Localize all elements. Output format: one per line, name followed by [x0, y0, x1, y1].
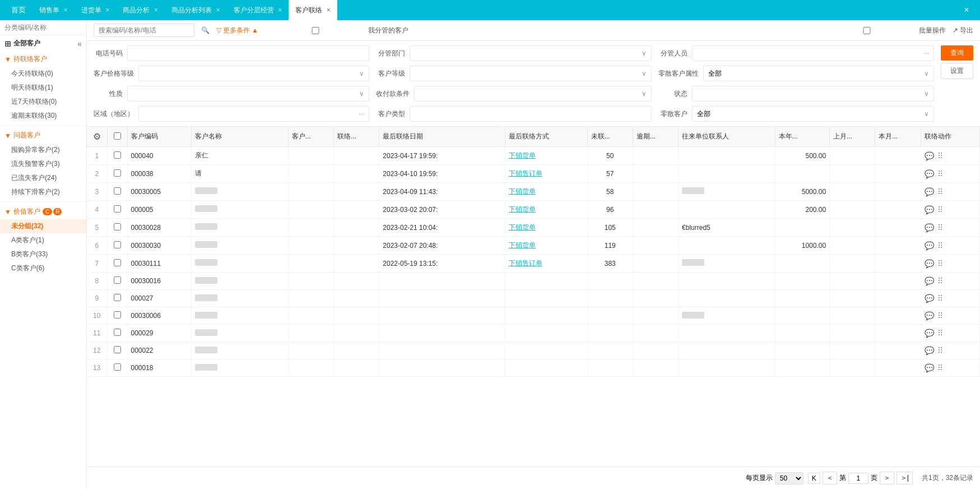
next-page-btn[interactable]: ＞ [880, 472, 894, 485]
th-this-month[interactable]: 本月... [875, 127, 921, 147]
contact-icon[interactable]: 💬 [925, 346, 934, 355]
sidebar-item-ungrouped[interactable]: 未分组(32) [0, 219, 86, 233]
th-type[interactable]: 客户... [288, 127, 333, 147]
th-checkbox[interactable] [107, 127, 127, 147]
last-method-link[interactable]: 下销货单 [509, 241, 536, 249]
more-icon[interactable]: ⠿ [937, 151, 943, 160]
contact-icon[interactable]: 💬 [925, 151, 934, 160]
first-page-btn[interactable]: K [808, 473, 820, 484]
filter-payment-input[interactable]: ∨ [414, 86, 652, 102]
more-icon[interactable]: ⠿ [937, 363, 943, 372]
batch-op-check[interactable] [816, 27, 917, 34]
sidebar-group-value[interactable]: ▼ 价值客户 C R [0, 204, 86, 219]
per-page-select[interactable]: 50 20 100 [775, 472, 803, 485]
th-uncontacted[interactable]: 未联... [587, 127, 633, 147]
search-input[interactable] [94, 24, 194, 37]
select-all-checkbox[interactable] [114, 132, 121, 140]
contact-icon[interactable]: 💬 [925, 223, 934, 232]
th-name[interactable]: 客户名称 [192, 127, 289, 147]
filter-status-input[interactable]: ∨ [692, 86, 934, 102]
nav-purchase[interactable]: 进货单 × [75, 0, 117, 20]
contact-icon[interactable]: 💬 [925, 205, 934, 214]
window-close[interactable]: × [958, 1, 976, 19]
th-code[interactable]: 客户编码 [127, 127, 192, 147]
nav-customer-tier-close[interactable]: × [278, 6, 282, 14]
th-overdue[interactable]: 逾期... [633, 127, 678, 147]
sidebar-item-declining[interactable]: 持续下滑客户(2) [0, 185, 86, 199]
contact-icon[interactable]: 💬 [925, 187, 934, 196]
row-checkbox[interactable] [107, 290, 127, 307]
nav-customer-contact-close[interactable]: × [327, 6, 331, 14]
filter-retail-input[interactable]: 全部 ∨ [692, 106, 934, 122]
last-method-link[interactable]: 下销售订单 [509, 169, 542, 177]
contact-icon[interactable]: 💬 [925, 311, 934, 320]
sidebar-item-a-class[interactable]: A类客户(1) [0, 233, 86, 247]
more-icon[interactable]: ⠿ [937, 241, 943, 250]
th-contact[interactable]: 联络... [334, 127, 379, 147]
nav-customer-contact[interactable]: 客户联络 × [289, 0, 337, 20]
query-button[interactable]: 查询 [941, 45, 973, 61]
filter-type-input[interactable] [410, 106, 652, 122]
reset-button[interactable]: 设置 [941, 63, 973, 79]
last-method-link[interactable]: 下销货单 [509, 187, 536, 195]
th-this-year[interactable]: 本年... [775, 127, 829, 147]
row-checkbox[interactable] [107, 359, 127, 377]
more-icon[interactable]: ⠿ [937, 294, 943, 303]
more-icon[interactable]: ⠿ [937, 346, 943, 355]
nav-home[interactable]: 首页 [4, 0, 32, 20]
collapse-icon[interactable]: « [77, 39, 82, 48]
more-icon[interactable]: ⠿ [937, 329, 943, 338]
th-settings[interactable]: ⚙ [87, 127, 107, 147]
nav-product-analysis[interactable]: 商品分析 × [116, 0, 165, 20]
filter-price-level-input[interactable]: ∨ [138, 66, 369, 81]
sidebar-item-today[interactable]: 今天待联络(0) [0, 67, 86, 81]
more-icon[interactable]: ⠿ [937, 187, 943, 196]
sidebar-item-overdue[interactable]: 逾期未联络(30) [0, 109, 86, 123]
sidebar-item-c-class[interactable]: C类客户(6) [0, 261, 86, 275]
nav-sales[interactable]: 销售单 × [32, 0, 75, 20]
row-checkbox[interactable] [107, 237, 127, 255]
last-page-btn[interactable]: ＞| [897, 472, 913, 485]
row-checkbox[interactable] [107, 165, 127, 183]
settings-icon[interactable]: ⚙ [93, 132, 101, 141]
sidebar-search-input[interactable] [4, 24, 87, 31]
row-checkbox[interactable] [107, 255, 127, 273]
contact-icon[interactable]: 💬 [925, 329, 934, 338]
filter-nature-input[interactable]: ∨ [127, 86, 369, 102]
export-btn[interactable]: ↗ 导出 [953, 26, 973, 35]
my-customers-check[interactable] [265, 27, 366, 34]
contact-icon[interactable]: 💬 [925, 169, 934, 178]
last-method-link[interactable]: 下销售订单 [509, 259, 542, 267]
nav-sales-close[interactable]: × [64, 6, 68, 14]
more-icon[interactable]: ⠿ [937, 205, 943, 214]
row-checkbox[interactable] [107, 147, 127, 165]
last-method-link[interactable]: 下销货单 [509, 151, 536, 159]
row-checkbox[interactable] [107, 219, 127, 237]
more-icon[interactable]: ⠿ [937, 169, 943, 178]
nav-product-analysis-close[interactable]: × [154, 6, 158, 14]
nav-product-list[interactable]: 商品分析列表 × [165, 0, 227, 20]
th-action[interactable]: 联络动作 [921, 127, 979, 147]
prev-page-btn[interactable]: ＜ [823, 472, 837, 485]
nav-product-list-close[interactable]: × [216, 6, 220, 14]
th-last-method[interactable]: 最后联络方式 [505, 127, 587, 147]
th-contact-person[interactable]: 往来单位联系人 [679, 127, 775, 147]
row-checkbox[interactable] [107, 307, 127, 325]
row-checkbox[interactable] [107, 201, 127, 219]
sidebar-item-hoarding[interactable]: 囤购异常客户(2) [0, 143, 86, 157]
filter-dept-input[interactable]: ∨ [410, 45, 652, 61]
nav-purchase-close[interactable]: × [105, 6, 109, 14]
more-icon[interactable]: ⠿ [937, 276, 943, 285]
sidebar-item-tomorrow[interactable]: 明天待联络(1) [0, 81, 86, 95]
my-customers-checkbox[interactable]: 我分管的客户 [265, 26, 408, 35]
more-icon[interactable]: ⠿ [937, 311, 943, 320]
last-method-link[interactable]: 下销货单 [509, 223, 536, 231]
more-icon[interactable]: ⠿ [937, 259, 943, 268]
row-checkbox[interactable] [107, 325, 127, 342]
filter-person-input[interactable]: ··· [692, 45, 934, 61]
sidebar-group-problem[interactable]: ▼ 问题客户 [0, 128, 86, 143]
filter-phone-input[interactable] [127, 45, 369, 61]
filter-level-input[interactable]: ∨ [410, 66, 652, 81]
filter-region-input[interactable]: ··· [138, 106, 369, 122]
sidebar-all-customers[interactable]: ⊞ 全部客户 « [0, 35, 86, 52]
